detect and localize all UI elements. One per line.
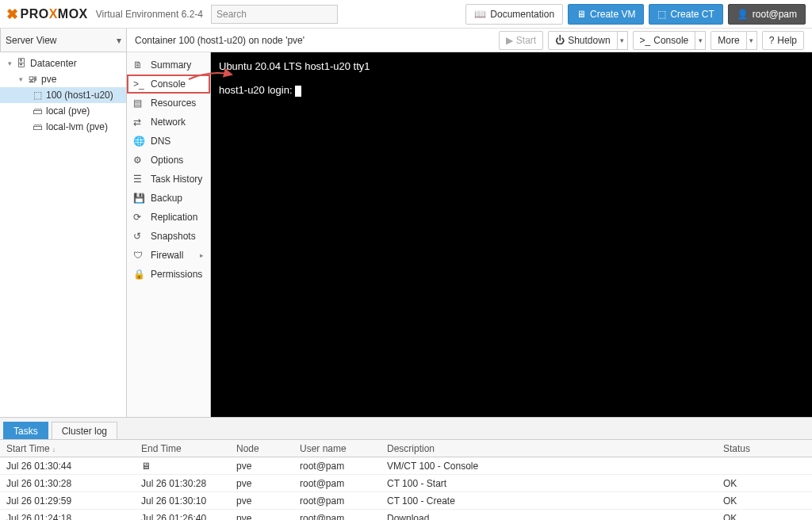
cell-user: root@pam xyxy=(293,513,381,521)
col-start-time[interactable]: Start Time↓ xyxy=(0,443,135,454)
cell-start: Jul 26 01:24:18 xyxy=(0,513,135,521)
table-row[interactable]: Jul 26 01:24:18Jul 26 01:26:40pveroot@pa… xyxy=(0,510,812,520)
storage-icon: 🗃 xyxy=(32,121,43,132)
collapse-icon: ▾ xyxy=(19,75,27,83)
menu-backup[interactable]: 💾Backup xyxy=(127,189,210,208)
cell-start: Jul 26 01:29:59 xyxy=(0,495,135,507)
more-button[interactable]: More xyxy=(710,31,746,50)
cell-user: root@pam xyxy=(293,461,381,472)
menu-network[interactable]: ⇄Network xyxy=(127,113,210,132)
menu-snapshots[interactable]: ↺Snapshots xyxy=(127,227,210,246)
shutdown-button[interactable]: ⏻Shutdown xyxy=(548,31,617,50)
logo-text-mox: MOX xyxy=(58,7,88,21)
monitor-icon: 🖥 xyxy=(576,9,586,20)
create-vm-button[interactable]: 🖥Create VM xyxy=(568,4,644,25)
search-input[interactable]: Search xyxy=(211,5,338,24)
menu-summary[interactable]: 🗎Summary xyxy=(127,55,210,75)
help-button[interactable]: ?Help xyxy=(762,31,804,50)
more-dropdown[interactable]: ▾ xyxy=(746,31,757,50)
note-icon: 🗎 xyxy=(133,59,146,71)
main-area: ▾🗄Datacenter ▾🖳pve ⬚100 (host1-u20) 🗃loc… xyxy=(0,52,812,417)
chevron-right-icon: ▸ xyxy=(200,251,204,259)
resource-tree: ▾🗄Datacenter ▾🖳pve ⬚100 (host1-u20) 🗃loc… xyxy=(0,52,127,417)
menu-task-history[interactable]: ☰Task History xyxy=(127,170,210,189)
power-icon: ⏻ xyxy=(555,35,565,46)
content-title: Container 100 (host1-u20) on node 'pve' xyxy=(135,35,304,46)
container-icon: ⬚ xyxy=(32,90,43,101)
collapse-icon: ▾ xyxy=(8,59,16,67)
console-view[interactable]: Ubuntu 20.04 LTS host1-u20 tty1 host1-u2… xyxy=(211,52,812,417)
cell-end: Jul 26 01:30:28 xyxy=(135,478,230,489)
tab-cluster-log[interactable]: Cluster log xyxy=(52,422,117,439)
cell-start: Jul 26 01:30:28 xyxy=(0,478,135,489)
version-label: Virtual Environment 6.2-4 xyxy=(96,9,203,20)
menu-firewall[interactable]: 🛡Firewall▸ xyxy=(127,246,210,265)
secondary-bar: Server View ▾ Container 100 (host1-u20) … xyxy=(0,29,812,52)
cell-status: OK xyxy=(717,478,812,489)
cell-end: Jul 26 01:30:10 xyxy=(135,495,230,507)
shield-icon: 🛡 xyxy=(133,250,146,261)
task-table: Start Time↓ End Time Node User name Desc… xyxy=(0,439,812,520)
col-description[interactable]: Description xyxy=(381,443,717,454)
menu-resources[interactable]: ▤Resources xyxy=(127,94,210,113)
logo-text-x: X xyxy=(49,7,58,21)
console-dropdown[interactable]: ▾ xyxy=(695,31,706,50)
console-line: Ubuntu 20.04 LTS host1-u20 tty1 xyxy=(219,60,804,72)
help-icon: ? xyxy=(769,35,775,46)
table-row[interactable]: Jul 26 01:30:44🖥pveroot@pamVM/CT 100 - C… xyxy=(0,457,812,475)
shutdown-dropdown[interactable]: ▾ xyxy=(617,31,628,50)
tab-tasks[interactable]: Tasks xyxy=(3,422,48,439)
table-row[interactable]: Jul 26 01:30:28Jul 26 01:30:28pveroot@pa… xyxy=(0,475,812,492)
tree-node-pve[interactable]: ▾🖳pve xyxy=(0,71,126,87)
cell-desc: Download xyxy=(381,513,717,521)
create-ct-button[interactable]: ⬚Create CT xyxy=(649,4,722,25)
menu-options[interactable]: ⚙Options xyxy=(127,151,210,170)
console-line xyxy=(219,72,804,84)
console-login-prompt: host1-u20 login: xyxy=(219,84,804,97)
monitor-icon: 🖥 xyxy=(141,461,151,472)
logo: ✖ PROXMOX xyxy=(6,6,88,23)
side-menu: 🗎Summary >_Console ▤Resources ⇄Network 🌐… xyxy=(127,52,211,417)
start-button[interactable]: ▶Start xyxy=(499,31,543,50)
globe-icon: 🌐 xyxy=(133,136,146,147)
server-view-label: Server View xyxy=(6,35,56,46)
task-table-header: Start Time↓ End Time Node User name Desc… xyxy=(0,440,812,457)
user-menu-button[interactable]: 👤root@pam xyxy=(728,4,806,25)
book-icon: 📖 xyxy=(474,9,486,20)
cell-node: pve xyxy=(230,495,293,507)
storage-icon: 🗃 xyxy=(32,105,43,117)
cell-node: pve xyxy=(230,513,293,521)
tree-storage-local[interactable]: 🗃local (pve) xyxy=(0,103,126,119)
menu-dns[interactable]: 🌐DNS xyxy=(127,132,210,151)
logo-x-icon: ✖ xyxy=(6,6,19,23)
logo-text-pro: PRO xyxy=(21,7,49,21)
menu-permissions[interactable]: 🔒Permissions xyxy=(127,265,210,284)
cursor-icon xyxy=(295,86,301,97)
terminal-icon: >_ xyxy=(133,78,146,90)
chevron-down-icon: ▾ xyxy=(117,35,121,46)
play-icon: ▶ xyxy=(506,35,513,46)
cell-start: Jul 26 01:30:44 xyxy=(0,461,135,472)
tree-ct-100[interactable]: ⬚100 (host1-u20) xyxy=(0,87,126,103)
node-icon: 🖳 xyxy=(27,74,38,85)
col-user[interactable]: User name xyxy=(293,443,381,454)
col-node[interactable]: Node xyxy=(230,443,293,454)
cell-node: pve xyxy=(230,478,293,489)
tree-datacenter[interactable]: ▾🗄Datacenter xyxy=(0,55,126,71)
server-view-selector[interactable]: Server View ▾ xyxy=(0,29,127,52)
menu-console[interactable]: >_Console xyxy=(127,75,210,94)
replication-icon: ⟳ xyxy=(133,212,146,223)
save-icon: 💾 xyxy=(133,193,146,204)
cell-status: OK xyxy=(717,495,812,507)
cell-desc: CT 100 - Create xyxy=(381,495,717,507)
cell-user: root@pam xyxy=(293,478,381,489)
tree-storage-locallvm[interactable]: 🗃local-lvm (pve) xyxy=(0,119,126,135)
col-end-time[interactable]: End Time xyxy=(135,443,230,454)
menu-replication[interactable]: ⟳Replication xyxy=(127,208,210,227)
cell-end: 🖥 xyxy=(135,461,230,472)
col-status[interactable]: Status xyxy=(717,443,812,454)
documentation-button[interactable]: 📖Documentation xyxy=(465,4,563,25)
cell-end: Jul 26 01:26:40 xyxy=(135,513,230,521)
console-button[interactable]: >_Console xyxy=(633,31,696,50)
table-row[interactable]: Jul 26 01:29:59Jul 26 01:30:10pveroot@pa… xyxy=(0,492,812,510)
